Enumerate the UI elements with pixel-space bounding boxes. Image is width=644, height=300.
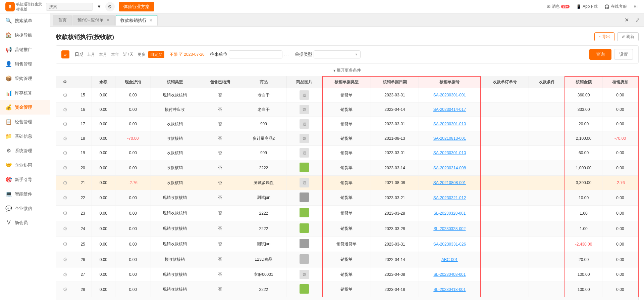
cell-gear[interactable]: ⚙ [56,176,74,190]
cell-gear[interactable]: ⚙ [56,206,74,221]
partner-filter-input[interactable] [229,50,282,58]
bill-no-link[interactable]: SA-20230414-017 [433,107,466,112]
tab-receipt[interactable]: 收款核销执行 ✕ [115,15,158,26]
bill-no-link[interactable]: SA-20210808-001 [433,180,466,185]
cell-gear[interactable]: ⚙ [56,237,74,252]
bill-no-link[interactable]: SA-20230314-008 [433,166,466,170]
bill-no-link[interactable]: SA-20230321-012 [433,196,466,200]
sidebar-item-finance[interactable]: 💰 资金管理 [0,100,50,115]
cell-write-off-amount: 100.00 [565,267,602,282]
messages-item[interactable]: ✉ 消息 99+ [547,4,570,9]
sidebar-item-system[interactable]: ⚙ 系统管理 [0,143,50,158]
cell-bill-date: 2023-03-28 [371,206,419,221]
bill-no-link[interactable]: SA-20210813-001 [433,136,466,141]
cell-write-off-amount: 3,390.00 [565,176,602,190]
date-more[interactable]: 更多 [136,51,147,58]
cell-gear[interactable]: ⚙ [56,282,74,297]
content-area: 首页 预付冲应付单 ✕ 收款核销执行 ✕ ✕ ⤢ 收款核销执行(按收款) [50,13,644,300]
expand-more-row[interactable]: ▾ 展开更多条件 [56,66,639,75]
receipt-tab-close[interactable]: ✕ [149,18,153,23]
cell-product: 测试jun [241,190,286,206]
cell-product-img: 🖼 [286,102,322,117]
col-gear[interactable]: ⚙ [56,76,74,88]
table-row: ⚙ 26 0.00 0.00 预收款核销 否 123D商品 销货单 2022-0… [56,252,639,267]
receipt-type-select[interactable] [314,50,361,58]
app-download-item[interactable]: 📱 App下载 [576,4,598,9]
cell-product: 999 [241,146,286,160]
cell-product-img [286,252,322,267]
cell-balance: 0.00 [92,252,115,267]
cell-gear[interactable]: ⚙ [56,117,74,131]
sidebar-item-marketing[interactable]: 📢 营销推广 [0,42,50,57]
sidebar-item-shortcut[interactable]: 🏠 快捷导航 [0,28,50,42]
cell-include-settled: 否 [199,206,241,221]
date-last-7-days[interactable]: 近7天 [122,51,135,58]
cell-write-off-discount: 0.00 [602,190,638,206]
export-button[interactable]: ↑ 导出 [594,32,614,41]
filter-expand-button[interactable]: » [61,50,69,58]
cell-bill-type: 销货单 [322,88,371,102]
cell-receipt-order-no [480,160,529,176]
cell-gear[interactable]: ⚙ [56,160,74,176]
cell-bill-type: 销货单 [322,221,371,237]
bill-no-link[interactable]: ABC-001 [441,257,458,262]
cell-seq: 26 [74,252,92,267]
date-this-year[interactable]: 本年 [110,51,120,58]
bill-no-link[interactable]: SL-20230328-001 [433,211,466,216]
sidebar-item-search[interactable]: 🔍 搜索菜单 [0,13,50,28]
cell-gear[interactable]: ⚙ [56,267,74,282]
tab-prepay[interactable]: 预付冲应付单 ✕ [72,15,115,26]
cell-receipt-cond [529,282,565,297]
sidebar-item-sales[interactable]: 👤 销售管理 [0,57,50,71]
bill-no-link[interactable]: SA-20230301-010 [433,151,466,155]
refresh-button[interactable]: ↺ 刷新 [617,32,639,41]
sidebar-item-basic[interactable]: 📁 基础信息 [0,129,50,143]
date-last-month[interactable]: 上月 [86,51,96,58]
cell-gear[interactable]: ⚙ [56,131,74,146]
gear-icon: ⚙ [63,180,67,186]
col-product: 商品 [241,76,286,88]
online-service-item[interactable]: 🎧 在线客服 [604,4,627,9]
bill-no-link[interactable]: SL-20230418-001 [433,287,466,292]
sidebar-item-inventory[interactable]: 📊 库存核算 [0,86,50,100]
date-custom-button[interactable]: 自定义 [148,51,164,58]
global-search-input[interactable] [46,3,93,11]
sidebar-item-member[interactable]: V 畅会员 [0,216,50,230]
top-dropdown[interactable]: ▼ [97,4,101,9]
cell-gear[interactable]: ⚙ [56,221,74,237]
bill-no-link[interactable]: SA-20230301-001 [433,93,466,97]
sidebar-item-purchase[interactable]: 📦 采购管理 [0,71,50,86]
sidebar-item-wechat[interactable]: 💬 企业微信 [0,201,50,216]
setting-button[interactable]: 设置 [614,49,633,60]
bill-no-link[interactable]: SA-20230301-010 [433,122,466,126]
gear-icon: ⚙ [63,257,67,262]
settings-icon[interactable]: ⚙ [105,2,115,11]
query-button[interactable]: 查询 [589,49,611,60]
cell-product: 2222 [241,206,286,221]
tab-home[interactable]: 首页 [53,15,72,26]
sidebar-item-enterprise[interactable]: 🤝 企业协同 [0,158,50,172]
cell-receipt-cond [529,102,565,117]
cell-receipt-cond [529,206,565,221]
sidebar-item-guide[interactable]: 🎯 新手引导 [0,172,50,187]
bill-no-link[interactable]: SL-20230408-001 [433,272,466,277]
cell-gear[interactable]: ⚙ [56,88,74,102]
cell-gear[interactable]: ⚙ [56,146,74,160]
bill-no-link[interactable]: SA-20230331-026 [433,242,466,247]
product-image [300,239,309,248]
cell-gear[interactable]: ⚙ [56,252,74,267]
tab-expand-button[interactable]: ⤢ [633,16,641,24]
bill-no-link[interactable]: SL-20230328-002 [433,226,466,231]
prepay-tab-close[interactable]: ✕ [106,18,110,23]
cell-gear[interactable]: ⚙ [56,190,74,206]
sidebar-item-operations[interactable]: 📋 经营管理 [0,115,50,129]
sidebar-item-hardware[interactable]: 💻 智能硬件 [0,187,50,201]
tab-close-all-button[interactable]: ✕ [623,16,631,24]
date-this-month[interactable]: 本月 [98,51,108,58]
industry-solution-button[interactable]: 体验行业方案 [119,2,154,11]
data-table: ⚙ 余额 现金折扣 核销类型 包含已结清 商品 商品图片 核销单据类型 核销单据… [56,76,639,297]
cell-write-off-type: 现销收款核销 [151,190,199,206]
cell-cash-discount: 0.00 [115,88,151,102]
cell-gear[interactable]: ⚙ [56,102,74,117]
cell-seq: 25 [74,237,92,252]
